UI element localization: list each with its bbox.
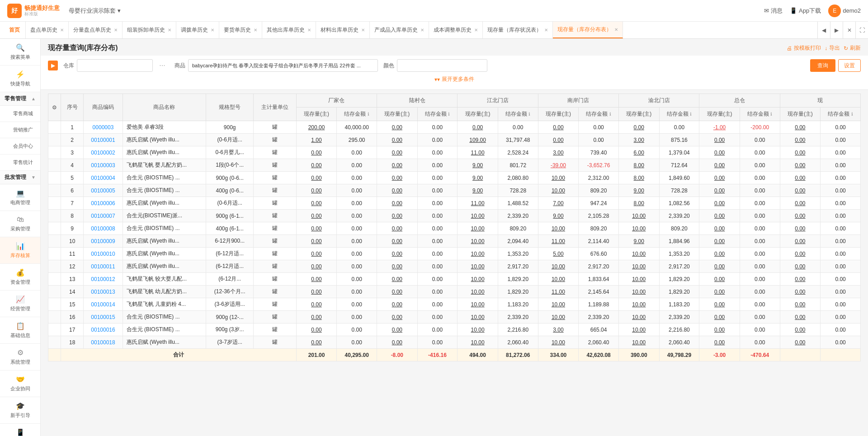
row-qty-2[interactable]: 10.00: [458, 323, 498, 336]
row-qty-4[interactable]: 10.00: [618, 222, 659, 235]
row-extra-qty[interactable]: 0.00: [780, 197, 821, 210]
tab-8[interactable]: 产成品入库单历史 ✕: [370, 22, 429, 38]
sidebar-item-guide[interactable]: 🎓 新手引导: [0, 397, 40, 424]
sidebar-item-retail-mall[interactable]: 零售商城: [0, 106, 40, 122]
row-qty-4[interactable]: 10.00: [618, 286, 659, 298]
row-qty-0[interactable]: 0.00: [296, 235, 337, 248]
row-qty-2[interactable]: 10.00: [458, 260, 498, 273]
row-qty-5[interactable]: -1.00: [699, 121, 740, 134]
row-qty-2[interactable]: 10.00: [458, 286, 498, 298]
row-qty-1[interactable]: 0.00: [377, 336, 418, 349]
tab-close-10[interactable]: ✕: [544, 28, 548, 33]
app-download-btn[interactable]: 📱 App下载: [790, 7, 821, 15]
filter-toggle-btn[interactable]: ▶: [48, 61, 58, 70]
col-setting[interactable]: ⚙: [48, 94, 61, 121]
row-extra-qty[interactable]: 0.00: [780, 134, 821, 146]
info-icon[interactable]: ℹ: [528, 112, 530, 117]
row-setting[interactable]: [48, 286, 61, 298]
tab-close-8[interactable]: ✕: [420, 28, 424, 33]
row-qty-3[interactable]: 10.00: [538, 273, 579, 286]
sidebar-item-apps[interactable]: 📱 应用中心: [0, 424, 40, 436]
row-qty-0[interactable]: 0.00: [296, 172, 337, 184]
tab-close-all-btn[interactable]: ✕: [843, 22, 855, 39]
row-qty-3[interactable]: 0.00: [538, 121, 579, 134]
sidebar-item-operations[interactable]: 📈 经营管理: [0, 291, 40, 317]
row-setting[interactable]: [48, 260, 61, 273]
row-qty-3[interactable]: 0.00: [538, 134, 579, 146]
tab-3[interactable]: 组装拆卸单历史 ✕: [123, 22, 176, 38]
row-qty-2[interactable]: 10.00: [458, 311, 498, 323]
row-qty-2[interactable]: 11.00: [458, 197, 498, 210]
row-qty-5[interactable]: 0.00: [699, 159, 740, 172]
row-qty-2[interactable]: 10.00: [458, 336, 498, 349]
row-qty-0[interactable]: 0.00: [296, 197, 337, 210]
row-extra-qty[interactable]: 0.00: [780, 286, 821, 298]
info-icon[interactable]: ℹ: [851, 112, 853, 117]
sidebar-item-search[interactable]: 🔍 搜索英单: [0, 39, 40, 66]
row-qty-5[interactable]: 0.00: [699, 311, 740, 323]
row-qty-4[interactable]: 0.00: [618, 121, 659, 134]
tab-close-11[interactable]: ✕: [614, 27, 618, 32]
row-qty-5[interactable]: 0.00: [699, 323, 740, 336]
row-qty-0[interactable]: 1.00: [296, 134, 337, 146]
row-qty-5[interactable]: 0.00: [699, 134, 740, 146]
tab-maximize-btn[interactable]: ⛶: [855, 22, 868, 39]
row-qty-5[interactable]: 0.00: [699, 298, 740, 311]
row-qty-4[interactable]: 10.00: [618, 248, 659, 260]
row-qty-4[interactable]: 10.00: [618, 311, 659, 323]
info-icon[interactable]: ℹ: [448, 112, 450, 117]
row-qty-5[interactable]: 0.00: [699, 248, 740, 260]
row-setting[interactable]: [48, 210, 61, 222]
row-qty-1[interactable]: 0.00: [377, 298, 418, 311]
row-qty-2[interactable]: 10.00: [458, 222, 498, 235]
row-qty-1[interactable]: 0.00: [377, 121, 418, 134]
row-extra-qty[interactable]: 0.00: [780, 172, 821, 184]
row-setting[interactable]: [48, 273, 61, 286]
row-qty-1[interactable]: 0.00: [377, 273, 418, 286]
tab-close-4[interactable]: ✕: [211, 28, 214, 33]
search-btn[interactable]: 查询: [810, 59, 835, 72]
row-extra-qty[interactable]: 0.00: [780, 336, 821, 349]
tab-close-6[interactable]: ✕: [307, 28, 311, 33]
tab-11[interactable]: 现存量（库存分布表） ✕: [553, 22, 623, 38]
row-qty-5[interactable]: 0.00: [699, 172, 740, 184]
row-qty-4[interactable]: 8.00: [618, 159, 659, 172]
row-qty-4[interactable]: 8.00: [618, 197, 659, 210]
row-setting[interactable]: [48, 222, 61, 235]
row-extra-qty[interactable]: 0.00: [780, 235, 821, 248]
row-extra-qty[interactable]: 0.00: [780, 210, 821, 222]
row-qty-4[interactable]: 10.00: [618, 273, 659, 286]
row-qty-5[interactable]: 0.00: [699, 146, 740, 159]
row-qty-3[interactable]: 3.00: [538, 323, 579, 336]
row-qty-2[interactable]: 0.00: [458, 121, 498, 134]
row-qty-2[interactable]: 10.00: [458, 298, 498, 311]
row-qty-0[interactable]: 0.00: [296, 323, 337, 336]
row-extra-qty[interactable]: 0.00: [780, 159, 821, 172]
row-setting[interactable]: [48, 184, 61, 197]
row-qty-2[interactable]: 9.00: [458, 172, 498, 184]
row-qty-5[interactable]: 0.00: [699, 197, 740, 210]
row-qty-3[interactable]: 11.00: [538, 286, 579, 298]
row-qty-0[interactable]: 0.00: [296, 273, 337, 286]
row-qty-2[interactable]: 10.00: [458, 248, 498, 260]
row-qty-0[interactable]: 0.00: [296, 210, 337, 222]
info-icon[interactable]: ℹ: [770, 112, 772, 117]
row-qty-2[interactable]: 10.00: [458, 273, 498, 286]
tab-prev-btn[interactable]: ◀: [817, 22, 830, 39]
row-qty-1[interactable]: 0.00: [377, 197, 418, 210]
row-qty-5[interactable]: 0.00: [699, 184, 740, 197]
row-qty-0[interactable]: 0.00: [296, 222, 337, 235]
info-icon[interactable]: ℹ: [609, 112, 611, 117]
tab-10[interactable]: 现存量（库存状况表） ✕: [483, 22, 553, 38]
row-qty-3[interactable]: 10.00: [538, 298, 579, 311]
row-qty-5[interactable]: 0.00: [699, 336, 740, 349]
info-icon[interactable]: ℹ: [368, 112, 369, 117]
row-setting[interactable]: [48, 311, 61, 323]
row-qty-3[interactable]: 10.00: [538, 222, 579, 235]
row-qty-1[interactable]: 0.00: [377, 134, 418, 146]
sidebar-item-retail-mgmt[interactable]: 零售管理 ▲: [0, 92, 40, 106]
row-qty-4[interactable]: 10.00: [618, 260, 659, 273]
tab-close-3[interactable]: ✕: [168, 28, 171, 33]
info-icon[interactable]: ℹ: [690, 112, 692, 117]
row-qty-3[interactable]: 9.00: [538, 210, 579, 222]
